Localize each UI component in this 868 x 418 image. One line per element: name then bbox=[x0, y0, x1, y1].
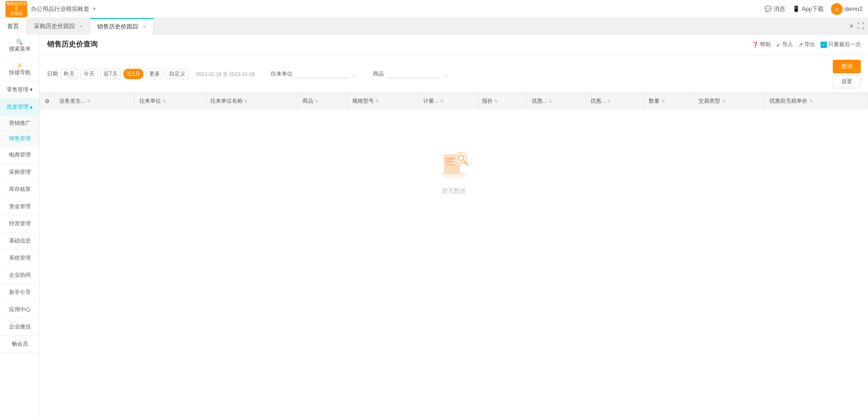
sidebar-item-basic[interactable]: 基础信息 bbox=[0, 233, 39, 250]
th-quote-label: 报价 bbox=[482, 98, 493, 104]
sort-trade-type-icon[interactable]: ⇅ bbox=[722, 99, 726, 104]
sidebar-label-wxwork: 企业微信 bbox=[9, 323, 31, 330]
app-title[interactable]: 办公用品行业模拟账套 bbox=[31, 5, 90, 13]
th-biz-date[interactable]: 业务发生... ⇅ bbox=[55, 94, 135, 109]
sidebar-item-retail[interactable]: 零售管理 ▾ bbox=[0, 81, 39, 99]
goods-dots-btn[interactable]: ... bbox=[443, 71, 448, 77]
th-goods-label: 商品 bbox=[302, 98, 313, 104]
sort-quote-icon[interactable]: ⇅ bbox=[494, 99, 498, 104]
export-btn[interactable]: ↗ 导出 bbox=[798, 41, 815, 48]
sidebar-item-finance[interactable]: 资金管理 bbox=[0, 198, 39, 215]
sidebar-item-ecommerce[interactable]: 电商管理 bbox=[0, 147, 39, 164]
sidebar-item-sales-mgmt[interactable]: 销售管理 bbox=[0, 131, 39, 147]
tab-purchase-close-icon[interactable]: × bbox=[80, 24, 82, 29]
sort-discount1-icon[interactable]: ⇅ bbox=[548, 99, 552, 104]
date-btn-today[interactable]: 今天 bbox=[80, 69, 98, 79]
sidebar-label-operation: 经营管理 bbox=[9, 220, 31, 227]
topbar-right: 💬 消息 📱 App下载 d demo2 bbox=[764, 3, 863, 15]
download-icon: 📱 bbox=[793, 5, 800, 12]
date-btn-7days[interactable]: 近7天 bbox=[100, 69, 121, 79]
sidebar-item-inventory[interactable]: 库存核算 bbox=[0, 181, 39, 198]
th-pretax-price[interactable]: 优惠前无税单价 ⇅ bbox=[765, 94, 868, 109]
partner-dots-btn[interactable]: ... bbox=[352, 71, 357, 77]
sidebar-item-guide[interactable]: 新手引导 bbox=[0, 284, 39, 301]
date-btn-yesterday[interactable]: 昨天 bbox=[61, 69, 78, 79]
sidebar-sub-marketing: 营销推广 销售管理 bbox=[0, 116, 39, 147]
only-last-checkbox[interactable]: ✓ 只看最后一次 bbox=[821, 41, 861, 48]
th-partner-code[interactable]: 往来单位 ⇅ bbox=[134, 94, 205, 109]
th-unit[interactable]: 计量... ⇅ bbox=[418, 94, 477, 109]
tab-home-label: 首页 bbox=[7, 22, 19, 30]
tab-home[interactable]: 首页 bbox=[0, 18, 27, 34]
th-discount2[interactable]: 优惠... ⇅ bbox=[585, 94, 644, 109]
sidebar-label-finance: 资金管理 bbox=[9, 203, 31, 209]
help-label: 帮助 bbox=[760, 41, 771, 48]
user-name: demo2 bbox=[844, 5, 863, 12]
th-partner-name-label: 往来单位名称 bbox=[210, 98, 243, 104]
import-btn[interactable]: ↙ 导入 bbox=[776, 41, 793, 48]
sidebar-item-quicknav[interactable]: ⚡ 快捷导航 bbox=[0, 58, 39, 81]
tab-sales-label: 销售历史价跟踪 bbox=[97, 23, 138, 31]
sidebar-label-retail: 零售管理 bbox=[7, 86, 28, 93]
sidebar-item-search[interactable]: 🔍 搜索菜单 bbox=[0, 34, 39, 58]
partner-filter-group: 往来单位 ... bbox=[271, 70, 357, 78]
message-icon: 💬 bbox=[764, 5, 772, 12]
fullscreen-btn[interactable]: ⛶ bbox=[857, 22, 864, 30]
help-btn[interactable]: ❓ 帮助 bbox=[752, 41, 771, 48]
app-download-btn[interactable]: 📱 App下载 bbox=[793, 5, 824, 13]
sidebar-label-marketing: 营销推广 bbox=[9, 120, 31, 126]
user-menu[interactable]: d demo2 bbox=[831, 3, 863, 15]
sort-partner-code-icon[interactable]: ⇅ bbox=[162, 99, 166, 104]
sidebar-item-operation[interactable]: 经营管理 bbox=[0, 215, 39, 233]
tab-sales-close-icon[interactable]: × bbox=[143, 24, 146, 29]
tab-purchase-label: 采购历史价跟踪 bbox=[34, 22, 75, 30]
date-btn-more[interactable]: 更多 bbox=[146, 69, 163, 79]
th-qty[interactable]: 数量 ⇅ bbox=[644, 94, 694, 109]
sidebar-label-enterprise: 企业协同 bbox=[9, 272, 31, 278]
sort-pretax-price-icon[interactable]: ⇅ bbox=[809, 99, 813, 104]
sidebar-item-appstore[interactable]: 应用中心 bbox=[0, 301, 39, 318]
sort-discount2-icon[interactable]: ⇅ bbox=[607, 99, 611, 104]
message-btn[interactable]: 💬 消息 bbox=[764, 5, 785, 13]
th-spec[interactable]: 规格型号 ⇅ bbox=[347, 94, 418, 109]
sort-partner-name-icon[interactable]: ⇅ bbox=[244, 99, 248, 104]
close-all-tabs-btn[interactable]: × bbox=[849, 22, 854, 30]
sort-biz-date-icon[interactable]: ⇅ bbox=[87, 99, 90, 104]
sort-spec-icon[interactable]: ⇅ bbox=[375, 99, 379, 104]
sort-qty-icon[interactable]: ⇅ bbox=[661, 99, 665, 104]
date-btn-custom[interactable]: 自定义 bbox=[166, 69, 189, 79]
th-partner-name[interactable]: 往来单位名称 ⇅ bbox=[205, 94, 297, 109]
th-goods[interactable]: 商品 ⇅ bbox=[297, 94, 347, 109]
empty-state: 暂无数据 bbox=[40, 109, 868, 231]
settings-btn[interactable]: 设置 bbox=[833, 75, 861, 88]
sidebar-item-purchase[interactable]: 采购管理 bbox=[0, 164, 39, 181]
sidebar-label-purchase: 采购管理 bbox=[9, 169, 31, 175]
th-trade-type[interactable]: 交易类型 ⇅ bbox=[694, 94, 765, 109]
th-quote[interactable]: 报价 ⇅ bbox=[477, 94, 527, 109]
sort-unit-icon[interactable]: ⇅ bbox=[440, 99, 443, 104]
date-range-display: 2023-02-18 至 2023-03-18 bbox=[196, 72, 255, 77]
th-spec-label: 规格型号 bbox=[352, 98, 374, 104]
th-biz-date-label: 业务发生... bbox=[59, 98, 85, 104]
message-label: 消息 bbox=[774, 5, 785, 13]
sort-goods-icon[interactable]: ⇅ bbox=[315, 99, 318, 104]
sidebar-label-basic: 基础信息 bbox=[9, 238, 31, 244]
th-discount1[interactable]: 优惠... ⇅ bbox=[527, 94, 585, 109]
app-selector-chevron-icon[interactable]: ▾ bbox=[93, 6, 96, 12]
sidebar-item-marketing[interactable]: 营销推广 bbox=[0, 116, 39, 131]
quicknav-icon: ⚡ bbox=[16, 62, 23, 69]
retail-chevron-icon: ▾ bbox=[30, 86, 33, 93]
goods-filter-input[interactable] bbox=[387, 70, 441, 78]
svg-rect-4 bbox=[446, 164, 455, 166]
sidebar-item-member[interactable]: 畅会员 bbox=[0, 336, 39, 353]
sidebar-item-wholesale[interactable]: 批发管理 ▴ bbox=[0, 99, 39, 116]
sidebar-item-wxwork[interactable]: 企业微信 bbox=[0, 318, 39, 336]
tab-sales[interactable]: 销售历史价跟踪 × bbox=[90, 18, 153, 34]
sidebar-item-enterprise[interactable]: 企业协同 bbox=[0, 267, 39, 284]
partner-filter-input[interactable] bbox=[295, 70, 349, 78]
sidebar-item-system[interactable]: 系统管理 bbox=[0, 250, 39, 267]
tab-purchase[interactable]: 采购历史价跟踪 × bbox=[27, 18, 90, 34]
th-settings[interactable]: ⚙ bbox=[40, 94, 55, 109]
date-btn-1month[interactable]: 近1月 bbox=[123, 69, 144, 79]
query-btn[interactable]: 查询 bbox=[833, 60, 861, 73]
